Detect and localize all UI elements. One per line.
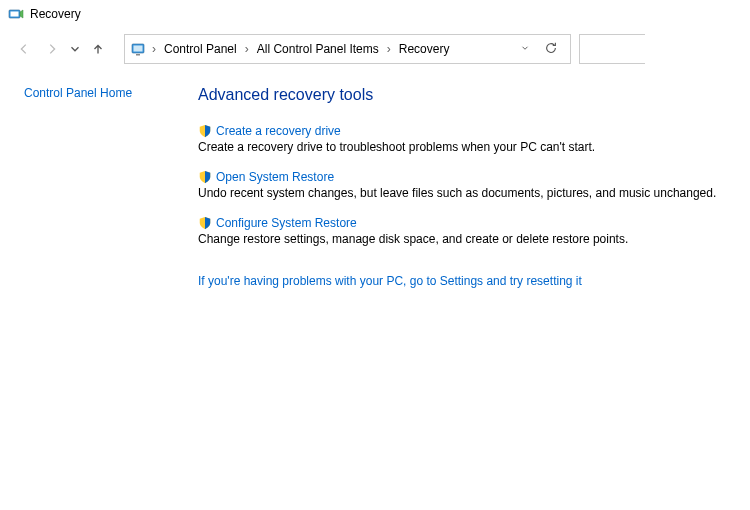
shield-icon — [198, 216, 212, 230]
svg-rect-3 — [134, 46, 143, 52]
chevron-right-icon: › — [151, 42, 157, 56]
create-recovery-drive-link[interactable]: Create a recovery drive — [216, 124, 341, 138]
tool-item-open-system-restore: Open System Restore Undo recent system c… — [198, 170, 730, 200]
up-button[interactable] — [86, 37, 110, 61]
chevron-right-icon: › — [244, 42, 250, 56]
open-system-restore-link[interactable]: Open System Restore — [216, 170, 334, 184]
title-bar: Recovery — [0, 0, 750, 28]
back-button[interactable] — [12, 37, 36, 61]
content-area: Control Panel Home Advanced recovery too… — [0, 70, 750, 288]
control-panel-icon — [131, 41, 147, 57]
forward-button[interactable] — [40, 37, 64, 61]
tool-item-configure-system-restore: Configure System Restore Change restore … — [198, 216, 730, 246]
main-panel: Advanced recovery tools Create a recover… — [198, 86, 750, 288]
chevron-right-icon: › — [386, 42, 392, 56]
svg-rect-1 — [11, 12, 19, 17]
section-title: Advanced recovery tools — [198, 86, 730, 104]
nav-bar: › Control Panel › All Control Panel Item… — [0, 28, 750, 70]
tool-description: Undo recent system changes, but leave fi… — [198, 186, 730, 200]
tool-description: Create a recovery drive to troubleshoot … — [198, 140, 730, 154]
reset-pc-link[interactable]: If you're having problems with your PC, … — [198, 274, 582, 288]
window-title: Recovery — [30, 7, 81, 21]
breadcrumb-item[interactable]: Control Panel — [159, 40, 242, 58]
shield-icon — [198, 124, 212, 138]
search-input[interactable] — [579, 34, 645, 64]
breadcrumb: Control Panel › All Control Panel Items … — [159, 40, 514, 58]
configure-system-restore-link[interactable]: Configure System Restore — [216, 216, 357, 230]
address-dropdown-button[interactable] — [516, 38, 534, 60]
recovery-icon — [8, 6, 24, 22]
shield-icon — [198, 170, 212, 184]
breadcrumb-item[interactable]: All Control Panel Items — [252, 40, 384, 58]
side-panel: Control Panel Home — [0, 86, 198, 288]
breadcrumb-item[interactable]: Recovery — [394, 40, 455, 58]
address-bar[interactable]: › Control Panel › All Control Panel Item… — [124, 34, 571, 64]
tool-item-create-recovery-drive: Create a recovery drive Create a recover… — [198, 124, 730, 154]
tool-description: Change restore settings, manage disk spa… — [198, 232, 730, 246]
recent-locations-button[interactable] — [68, 37, 82, 61]
refresh-button[interactable] — [540, 37, 562, 62]
svg-rect-4 — [136, 54, 140, 56]
control-panel-home-link[interactable]: Control Panel Home — [24, 86, 132, 100]
